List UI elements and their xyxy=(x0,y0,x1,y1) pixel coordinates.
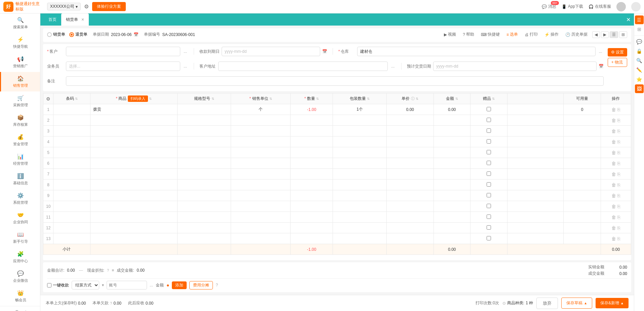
sidebar-item-operations[interactable]: 📊 经营管理 xyxy=(0,150,40,169)
cell-gift[interactable] xyxy=(470,104,507,115)
cell-pkg-qty[interactable] xyxy=(333,212,387,223)
cell-pkg-qty[interactable] xyxy=(333,158,387,169)
cell-gift[interactable] xyxy=(470,147,507,158)
cell-unit[interactable] xyxy=(231,147,291,158)
cell-gift[interactable] xyxy=(470,115,507,126)
sort-price-icon[interactable]: ⇅ xyxy=(416,97,418,101)
save-new-btn[interactable]: 保存&新增 ▲ xyxy=(596,298,629,308)
gift-checkbox[interactable] xyxy=(487,171,491,176)
cell-gift[interactable] xyxy=(470,212,507,223)
cell-spec[interactable] xyxy=(177,180,231,190)
cell-unit-price[interactable] xyxy=(387,223,434,233)
delete-icon[interactable]: 🗑 xyxy=(611,225,616,231)
account-input[interactable] xyxy=(107,281,147,289)
cell-unit-price[interactable] xyxy=(387,169,434,180)
cell-barcode[interactable] xyxy=(53,169,90,180)
trial-btn[interactable]: 体验行业方案 xyxy=(92,2,126,11)
cell-unit-price[interactable] xyxy=(387,190,434,201)
delete-icon[interactable]: 🗑 xyxy=(611,182,616,188)
cell-product[interactable] xyxy=(90,201,177,212)
cell-product[interactable] xyxy=(90,158,177,169)
cell-amount[interactable] xyxy=(433,201,470,212)
cell-unit[interactable] xyxy=(231,158,291,169)
copy-icon[interactable]: ⎘ xyxy=(617,171,620,177)
video-btn[interactable]: ▶ 视频 xyxy=(442,31,458,38)
cell-product[interactable]: 拨贡 xyxy=(90,104,177,115)
cell-unit-price[interactable] xyxy=(387,180,434,190)
one-click-payment-check[interactable]: 一键收款 xyxy=(47,282,69,288)
sort-amount-icon[interactable]: ⇅ xyxy=(455,97,458,101)
delete-icon[interactable]: 🗑 xyxy=(611,236,616,241)
cell-qty[interactable] xyxy=(291,115,333,126)
delete-icon[interactable]: 🗑 xyxy=(611,171,616,177)
add-payment-btn[interactable]: 添加 xyxy=(172,281,187,289)
cell-qty[interactable] xyxy=(291,147,333,158)
radio-sales-order[interactable]: 销货单 xyxy=(47,32,65,37)
cell-unit[interactable] xyxy=(231,233,291,244)
abandon-btn[interactable]: 放弃 xyxy=(536,298,558,309)
cell-barcode[interactable] xyxy=(53,147,90,158)
cell-qty[interactable] xyxy=(291,158,333,169)
cell-barcode[interactable] xyxy=(53,126,90,137)
cell-amount[interactable] xyxy=(433,126,470,137)
cell-amount[interactable] xyxy=(433,169,470,180)
delete-icon[interactable]: 🗑 xyxy=(611,193,616,198)
cell-amount[interactable] xyxy=(433,115,470,126)
sidebar-item-guide[interactable]: 📖 新手引导 xyxy=(0,228,40,247)
prev-btn[interactable]: ◀ xyxy=(592,31,600,38)
payment-cal-icon[interactable]: 📅 xyxy=(322,49,327,54)
tab-home[interactable]: 首页 xyxy=(44,13,61,26)
remark-input[interactable] xyxy=(66,76,604,86)
settlement-method-select[interactable]: 结算方式 xyxy=(72,281,99,289)
address-more-icon[interactable]: ... xyxy=(390,64,396,69)
sidebar-collapse-icon[interactable]: ◀ xyxy=(22,309,26,311)
messages-icon-btn[interactable]: 💬 消息 99+ xyxy=(542,4,556,9)
cell-barcode[interactable] xyxy=(53,190,90,201)
goods-type[interactable]: ⊙ 商品种类: 1 种 xyxy=(502,300,533,306)
cell-amount[interactable] xyxy=(433,223,470,233)
cell-barcode[interactable] xyxy=(53,115,90,126)
cell-unit[interactable]: 个 xyxy=(231,104,291,115)
cell-spec[interactable] xyxy=(177,158,231,169)
salesperson-more-icon[interactable]: ... xyxy=(182,64,188,69)
rs-icon-star[interactable]: ⭐ xyxy=(635,75,644,84)
sort-product-icon[interactable]: ⇅ xyxy=(149,97,152,101)
one-click-payment-checkbox[interactable] xyxy=(47,283,51,287)
cell-amount[interactable] xyxy=(433,180,470,190)
list-view-btn[interactable]: ☰ xyxy=(610,31,618,38)
sort-unit-icon[interactable]: ⇅ xyxy=(269,97,272,101)
account-dots[interactable]: ... xyxy=(150,283,153,287)
online-support-btn[interactable]: 🎧 在线客服 xyxy=(589,4,611,9)
unit-price-info-icon[interactable]: ⓘ xyxy=(411,96,415,101)
rs-icon-lock[interactable]: 🔒 xyxy=(635,47,644,55)
close-window-icon[interactable]: ✕ xyxy=(626,16,631,23)
gift-checkbox[interactable] xyxy=(487,118,491,122)
warehouse-input[interactable]: 建材仓 xyxy=(357,47,596,56)
sidebar-item-purchase[interactable]: 🛒 采购管理 xyxy=(0,91,40,111)
logistics-button[interactable]: + 物流 xyxy=(608,58,627,67)
cell-spec[interactable] xyxy=(177,126,231,137)
gift-checkbox[interactable] xyxy=(487,107,491,111)
gear-settings-icon[interactable]: ⚙ xyxy=(84,3,89,10)
cell-unit[interactable] xyxy=(231,126,291,137)
cell-gift[interactable] xyxy=(470,126,507,137)
cell-amount[interactable] xyxy=(433,137,470,147)
cell-unit[interactable] xyxy=(231,201,291,212)
cell-qty[interactable] xyxy=(291,126,333,137)
rs-icon-edit[interactable]: ✏️ xyxy=(635,66,644,74)
sidebar-item-system[interactable]: ⚙️ 系统管理 xyxy=(0,189,40,208)
cell-barcode[interactable] xyxy=(53,104,90,115)
cell-barcode[interactable] xyxy=(53,212,90,223)
cell-product[interactable] xyxy=(90,137,177,147)
sidebar-item-sales[interactable]: 🏠 销售管理 xyxy=(0,72,40,91)
cell-spec[interactable] xyxy=(177,223,231,233)
gift-checkbox[interactable] xyxy=(487,193,491,197)
cell-barcode[interactable] xyxy=(53,180,90,190)
copy-icon[interactable]: ⎘ xyxy=(617,128,620,134)
salesperson-input[interactable]: 选择... xyxy=(66,62,180,71)
cell-qty[interactable] xyxy=(291,190,333,201)
cell-unit[interactable] xyxy=(231,137,291,147)
copy-icon[interactable]: ⎘ xyxy=(617,193,620,198)
close-tab-icon[interactable]: × xyxy=(81,17,84,22)
save-draft-btn[interactable]: 保存草稿 ▲ xyxy=(561,298,592,309)
